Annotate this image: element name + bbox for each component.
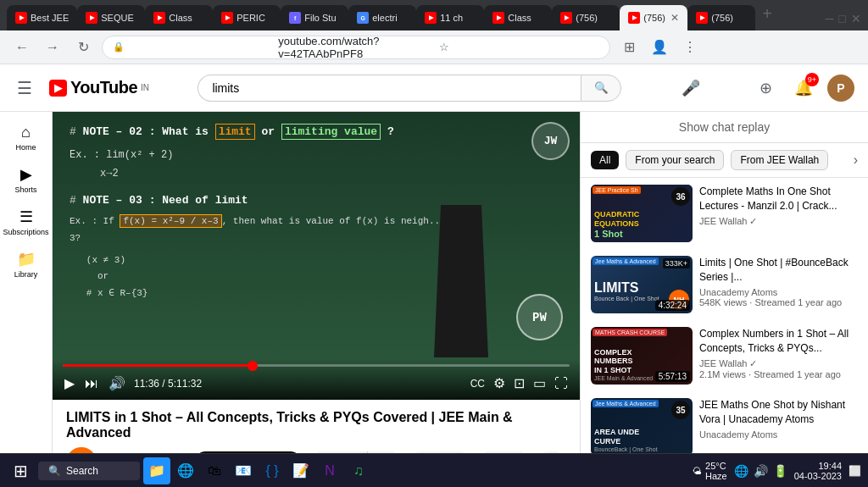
list-item[interactable]: Jee Maths & Advanced LIMITS Bounce Back … [581, 249, 868, 320]
channel-avatar[interactable]: JW [66, 447, 97, 453]
next-button[interactable]: ⏭ [83, 374, 100, 393]
tab-5[interactable]: f Filo Stu [281, 5, 348, 30]
sidebar-label-library: Library [14, 270, 38, 279]
avatar[interactable]: P [827, 75, 854, 102]
chalk-ex2: Ex. : If f(x) = x²–9 / x–3, then what is… [70, 213, 461, 247]
search-button[interactable]: 🔍 [581, 75, 621, 102]
video-frame[interactable]: # NOTE – 02 : What is limit or limiting … [53, 112, 580, 400]
shorts-icon: ▶ [20, 165, 32, 184]
taskbar-clock: 19:44 04-03-2023 [794, 461, 842, 481]
navigation-bar: ← → ↻ 🔒 youtube.com/watch?v=42TAAbPnPF8 … [0, 30, 868, 64]
play-button[interactable]: ▶ [63, 374, 76, 393]
tab-1[interactable]: ▶ Best JEE [7, 5, 77, 30]
taskbar-app-notion[interactable]: 📝 [287, 457, 314, 484]
taskbar-app-vscode[interactable]: { } [259, 457, 286, 484]
tab-label-11: (756) [711, 13, 733, 23]
tab-close-10[interactable]: ✕ [670, 12, 679, 24]
close-button[interactable]: ✕ [851, 12, 861, 25]
taskbar-app-onenote[interactable]: N [316, 457, 343, 484]
tab-10[interactable]: ▶ (756) ✕ [620, 5, 687, 30]
right-panel: Show chat replay All From your search Fr… [580, 112, 868, 453]
subscriptions-icon: ☰ [19, 208, 33, 226]
tab-2[interactable]: ▶ SEQUE [77, 5, 145, 30]
video-player: # NOTE – 02 : What is limit or limiting … [53, 112, 580, 400]
sidebar-item-subscriptions[interactable]: ☰ Subscriptions [3, 202, 50, 241]
show-desktop-button[interactable]: ⬜ [849, 465, 861, 477]
tab-8[interactable]: ▶ Class [484, 5, 552, 30]
minimize-button[interactable]: ─ [826, 12, 834, 25]
browser-tab-bar: ▶ Best JEE ▶ SEQUE ▶ Class ▶ PERIC f Fil… [0, 0, 868, 30]
video-item-title-1: Complete Maths In One Shot Lectures - Ma… [699, 185, 858, 213]
filter-from-channel[interactable]: From JEE Wallah [731, 150, 828, 170]
library-icon: 📁 [17, 250, 36, 268]
start-button[interactable]: ⊞ [7, 457, 35, 484]
tab-favicon-10: ▶ [628, 12, 640, 24]
tab-4[interactable]: ▶ PERIC [213, 5, 281, 30]
list-item[interactable]: Jee Maths & Advanced AREA UNDECURVE Boun… [581, 391, 868, 453]
mic-button[interactable]: 🎤 [677, 75, 704, 102]
progress-dot [248, 361, 258, 371]
create-button[interactable]: ⊕ [753, 75, 780, 102]
progress-bar[interactable] [63, 364, 570, 367]
tab-label-10: (756) [643, 13, 665, 23]
progress-fill [63, 364, 253, 367]
tab-9[interactable]: ▶ (756) [552, 5, 620, 30]
filter-all[interactable]: All [591, 151, 619, 169]
tab-favicon-9: ▶ [560, 12, 572, 24]
sidebar-item-home[interactable]: ⌂ Home [3, 119, 50, 157]
back-button[interactable]: ← [10, 36, 34, 59]
list-item[interactable]: JEE Practice Sh QUADRATICEQUATIONS 1 Sho… [581, 178, 868, 249]
tab-11[interactable]: ▶ (756) [687, 5, 755, 30]
sidebar-item-shorts[interactable]: ▶ Shorts [3, 160, 50, 199]
sidebar-item-library[interactable]: 📁 Library [3, 245, 50, 284]
menu-button[interactable]: ☰ [14, 75, 36, 102]
filter-arrow-button[interactable]: › [854, 152, 858, 168]
taskbar-app-mail[interactable]: 📧 [230, 457, 257, 484]
video-meta-2: Limits | One Shot | #BounceBack Series |… [699, 256, 858, 313]
forward-button[interactable]: → [41, 36, 64, 59]
taskbar-app-edge[interactable]: 🌐 [172, 457, 199, 484]
channel-row: JW JEE Wallah ✓ 1.22M subscribers 🔔 Subs… [66, 447, 566, 453]
mute-button[interactable]: 🔊 [107, 374, 127, 393]
tab-favicon-6: G [357, 12, 369, 24]
taskbar-search-button[interactable]: 🔍 Search [38, 462, 140, 480]
chat-replay-button[interactable]: Show chat replay [581, 112, 868, 143]
speaker-icon[interactable]: 🔊 [754, 464, 768, 478]
video-item-channel-4: Unacademy Atoms [699, 429, 858, 440]
taskbar-app-store[interactable]: 🛍 [201, 457, 228, 484]
bookmark-icon[interactable]: ☆ [439, 41, 599, 53]
video-thumbnail-3: MATHS CRASH COURSE COMPLEXNUMBERSIN 1 SH… [591, 327, 693, 385]
url-display: youtube.com/watch?v=42TAAbPnPF8 [278, 35, 438, 60]
profile-button[interactable]: 👤 [648, 36, 671, 59]
maximize-button[interactable]: □ [839, 12, 846, 25]
taskbar-right: 🌤 25°C Haze 🌐 🔊 🔋 19:44 04-03-2023 ⬜ [693, 461, 861, 481]
settings-button[interactable]: ⋮ [678, 36, 702, 59]
address-bar[interactable]: 🔒 youtube.com/watch?v=42TAAbPnPF8 ☆ [102, 36, 610, 59]
tab-favicon-1: ▶ [15, 12, 27, 24]
thumb-number-4: 35 [671, 401, 690, 419]
fullscreen-button[interactable]: ⛶ [553, 374, 570, 393]
video-item-title-2: Limits | One Shot | #BounceBack Series |… [699, 256, 858, 285]
reload-button[interactable]: ↻ [71, 36, 95, 59]
miniplayer-button[interactable]: ⊡ [512, 374, 526, 393]
notification-badge: 9+ [805, 73, 819, 86]
list-item[interactable]: MATHS CRASH COURSE COMPLEXNUMBERSIN 1 SH… [581, 320, 868, 391]
notification-container: 🔔 9+ [790, 75, 817, 102]
theater-button[interactable]: ▭ [531, 374, 548, 393]
subtitles-button[interactable]: CC [469, 376, 487, 391]
settings-video-button[interactable]: ⚙ [492, 374, 507, 393]
taskbar-app-explorer[interactable]: 📁 [143, 457, 170, 484]
tab-favicon-7: ▶ [425, 12, 437, 24]
network-icon[interactable]: 🌐 [734, 464, 748, 478]
tab-6[interactable]: G electri [348, 5, 416, 30]
youtube-logo[interactable]: ▶ YouTube IN [49, 78, 149, 97]
tab-3[interactable]: ▶ Class [145, 5, 213, 30]
new-tab-button[interactable]: + [755, 1, 779, 27]
taskbar-app-spotify[interactable]: ♫ [345, 457, 372, 484]
extensions-button[interactable]: ⊞ [617, 36, 641, 59]
filter-from-search[interactable]: From your search [626, 150, 724, 170]
video-item-stats-3: 2.1M views · Streamed 1 year ago [699, 369, 858, 379]
tab-7[interactable]: ▶ 11 ch [416, 5, 484, 30]
video-meta-3: Complex Numbers in 1 Shot – All Concepts… [699, 327, 858, 385]
search-input[interactable] [198, 75, 581, 102]
